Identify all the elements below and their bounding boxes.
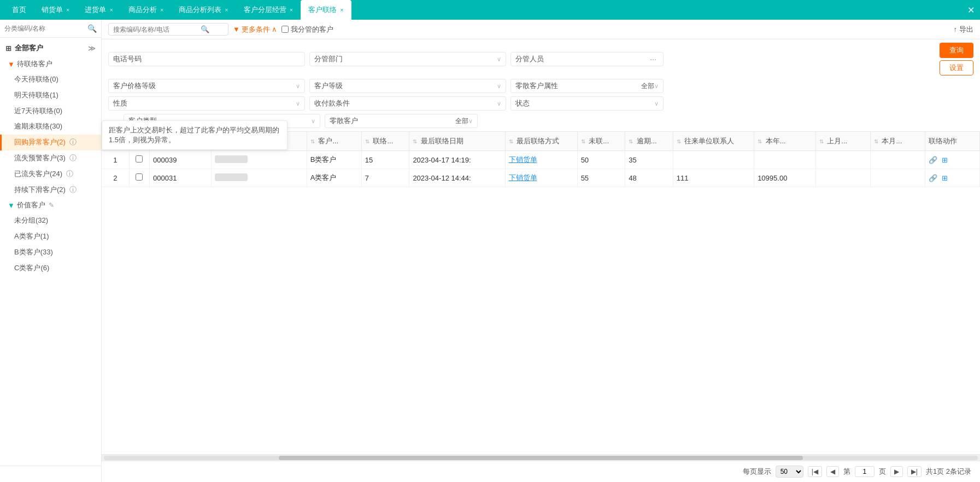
sidebar-item-repurchase-abnormal[interactable]: 回购异常客户(2) ⓘ <box>0 135 101 150</box>
qr-icon-2[interactable]: ⊞ <box>942 174 948 182</box>
page-next-btn[interactable]: ▶ <box>890 466 903 477</box>
last-way-link-2[interactable]: 下销货单 <box>509 173 537 182</box>
sidebar-item-ungroup[interactable]: 未分组(32) <box>0 213 101 229</box>
export-icon: ↑ <box>954 25 958 33</box>
col-header-lastdate[interactable]: ⇅ 最后联络日期 <box>409 132 505 151</box>
nav-sales[interactable]: 销货单 × <box>34 0 77 20</box>
sidebar-search-input[interactable] <box>4 25 87 32</box>
close-purchase-icon[interactable]: × <box>109 7 113 13</box>
query-button[interactable]: 查询 <box>940 43 973 58</box>
nav-home[interactable]: 首页 <box>4 0 34 20</box>
sidebar-section-value[interactable]: ▼ 价值客户 ✎ <box>0 198 101 213</box>
col-header-contact[interactable]: ⇅ 联络... <box>361 132 409 151</box>
nav-customer-segment[interactable]: 客户分层经营 × <box>236 0 301 20</box>
scrollbar-thumb[interactable] <box>279 456 803 460</box>
col-header-lastmonth[interactable]: ⇅ 上月... <box>815 132 870 151</box>
col-header-overdue[interactable]: ⇅ 逾期... <box>625 132 673 151</box>
cell-action-2: 🔗 ⊞ <box>925 169 979 187</box>
sidebar-all-customers[interactable]: ⊞ 全部客户 ≫ <box>0 40 101 56</box>
sidebar-item-a-class[interactable]: A类客户(1) <box>0 229 101 245</box>
link-icon-2[interactable]: 🔗 <box>929 174 937 182</box>
cell-overdue-1: 35 <box>625 151 673 169</box>
search-input[interactable] <box>113 26 201 33</box>
page-last-btn[interactable]: ▶| <box>907 466 922 477</box>
cell-contact-2: 7 <box>361 169 409 187</box>
more-conditions-btn[interactable]: ▼ 更多条件 ∧ <box>233 25 277 34</box>
cell-lastdate-2: 2023-04-12 14:44: <box>409 169 505 187</box>
cell-code-1: 000039 <box>150 151 212 169</box>
payment-filter[interactable]: 收付款条件 ∨ <box>309 96 506 111</box>
person-ellipsis[interactable]: ··· <box>648 55 659 63</box>
sort-icon-overdue: ⇅ <box>629 138 633 144</box>
close-segment-icon[interactable]: × <box>290 7 293 13</box>
edit-icon[interactable]: ✎ <box>49 201 54 209</box>
status-filter[interactable]: 状态 ∨ <box>510 96 664 111</box>
sort-icon-unread: ⇅ <box>581 138 585 144</box>
sidebar-item-7days[interactable]: 近7天待联络(0) <box>0 103 101 119</box>
phone-filter[interactable]: 电话号码 <box>108 52 305 66</box>
table-scroll[interactable]: ⚙ ⇅ 客户编码 ⇅ 客户名称 <box>102 132 980 454</box>
gender-filter[interactable]: 性质 ∨ <box>108 96 305 111</box>
sidebar-item-lost[interactable]: 已流失客户(24) ⓘ <box>0 166 101 182</box>
col-header-thismonth[interactable]: ⇅ 本月... <box>870 132 925 151</box>
cell-contact-person-2: 111 <box>673 169 754 187</box>
link-icon-1[interactable]: 🔗 <box>929 156 937 164</box>
nav-product-list[interactable]: 商品分析列表 × <box>171 0 236 20</box>
filter-bar: 🔍 ▼ 更多条件 ∧ 我分管的客户 ↑ 导出 <box>102 20 980 39</box>
col-header-lastway[interactable]: ⇅ 最后联络方式 <box>505 132 577 151</box>
sidebar-item-overdue[interactable]: 逾期未联络(30) <box>0 119 101 135</box>
page-input[interactable] <box>855 466 875 477</box>
my-customer-checkbox[interactable] <box>281 26 289 33</box>
cell-lastway-2: 下销货单 <box>505 169 577 187</box>
nav-customer-contact[interactable]: 客户联络 × <box>301 0 351 20</box>
col-header-contact-person[interactable]: ⇅ 往来单位联系人 <box>673 132 754 151</box>
cell-code-2: 000031 <box>150 169 212 187</box>
per-page-select[interactable]: 50 100 200 <box>776 466 803 478</box>
customer-name-blur-1 <box>215 155 248 163</box>
nav-product-analysis[interactable]: 商品分析 × <box>121 0 171 20</box>
sidebar-collapse-btn[interactable]: ≫ <box>88 44 96 53</box>
retail-customer-label: 零散客户 <box>330 116 453 126</box>
col-header-grade[interactable]: ⇅ 客户... <box>307 132 361 151</box>
cell-thismonth-1 <box>870 151 925 169</box>
last-way-link-1[interactable]: 下销货单 <box>509 155 537 164</box>
sidebar-item-today[interactable]: 今天待联络(0) <box>0 72 101 88</box>
close-sales-icon[interactable]: × <box>66 7 69 13</box>
window-close-button[interactable]: ✕ <box>967 5 975 15</box>
sidebar-section-pending[interactable]: ▼ 待联络客户 <box>0 56 101 72</box>
price-grade-filter[interactable]: 客户价格等级 ∨ <box>108 79 305 93</box>
settings-button[interactable]: 设置 <box>940 60 973 76</box>
horizontal-scrollbar[interactable] <box>102 454 980 461</box>
row2-checkbox[interactable] <box>136 173 143 181</box>
close-product-list-icon[interactable]: × <box>225 7 228 13</box>
row1-checkbox[interactable] <box>136 155 143 162</box>
sort-icon-lastdate: ⇅ <box>413 138 417 144</box>
filter-icon: ▼ <box>233 25 240 33</box>
col-header-thisyear[interactable]: ⇅ 本年... <box>754 132 816 151</box>
grade-dropdown-icon: ∨ <box>497 83 501 90</box>
sidebar-item-declining[interactable]: 持续下滑客户(2) ⓘ <box>0 182 101 198</box>
info-icon2: ⓘ <box>69 154 77 162</box>
sidebar-item-c-class[interactable]: C类客户(6) <box>0 260 101 276</box>
person-label: 分管人员 <box>515 54 648 64</box>
sidebar-item-tomorrow[interactable]: 明天待联络(1) <box>0 88 101 103</box>
sidebar-item-b-class[interactable]: B类客户(33) <box>0 245 101 260</box>
nav-purchase[interactable]: 进货单 × <box>77 0 120 20</box>
qr-icon-1[interactable]: ⊞ <box>942 156 948 164</box>
retail-customer-filter[interactable]: 零散客户 全部 ∨ <box>325 114 478 128</box>
sidebar-item-lost-warning[interactable]: 流失预警客户(3) ⓘ <box>0 150 101 166</box>
person-filter[interactable]: 分管人员 ··· <box>510 52 664 66</box>
cell-name-1 <box>211 151 307 169</box>
page-prev-btn[interactable]: ◀ <box>826 466 839 477</box>
grid-icon: ⊞ <box>5 44 11 53</box>
page-first-btn[interactable]: |◀ <box>808 466 822 477</box>
close-contact-icon[interactable]: × <box>340 7 343 13</box>
grade-filter[interactable]: 客户等级 ∨ <box>309 79 506 93</box>
export-button[interactable]: ↑ 导出 <box>954 25 974 34</box>
retail-attr-filter[interactable]: 零散客户属性 全部 ∨ <box>510 79 664 93</box>
cell-grade-2: A类客户 <box>307 169 361 187</box>
dept-filter[interactable]: 分管部门 ∨ <box>309 52 506 66</box>
close-product-analysis-icon[interactable]: × <box>160 7 163 13</box>
col-header-unread[interactable]: ⇅ 未联... <box>577 132 625 151</box>
cell-contact-person-1 <box>673 151 754 169</box>
